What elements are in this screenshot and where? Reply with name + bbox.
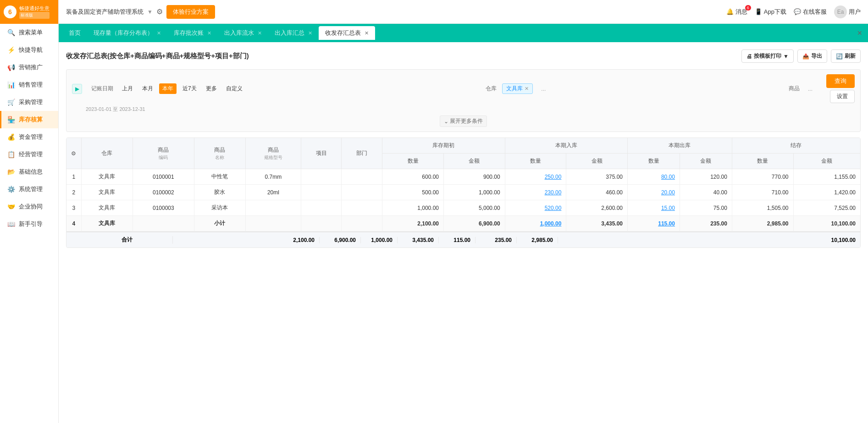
row-index: 1 bbox=[66, 169, 81, 185]
in-qty-link[interactable]: 250.00 bbox=[545, 174, 562, 180]
expand-more-conditions[interactable]: ⌄ 展开更多条件 bbox=[440, 115, 487, 127]
out-qty-link[interactable]: 15.00 bbox=[661, 205, 675, 211]
row-project bbox=[301, 200, 342, 216]
sidebar-logo: 6 畅捷通好生意 标准版 bbox=[0, 0, 58, 24]
warehouse-label: 仓库 bbox=[486, 85, 497, 93]
logo-badge: 标准版 bbox=[19, 12, 50, 19]
sidebar-item-marketing[interactable]: 📢 营销推广 bbox=[0, 59, 58, 76]
sidebar-item-label: 企业协同 bbox=[19, 203, 43, 211]
col-opening-qty: 数量 bbox=[382, 154, 444, 169]
data-table-wrapper: ⚙ 仓库 商品编码 商品名称 商品规格型号 项目 部门 库存期初 本期入库 本期… bbox=[66, 137, 861, 248]
row-in-qty[interactable]: 520.00 bbox=[505, 200, 566, 216]
row-in-qty[interactable]: 250.00 bbox=[505, 169, 566, 185]
sidebar-item-quick[interactable]: ⚡ 快捷导航 bbox=[0, 41, 58, 59]
col-in: 本期入库 bbox=[505, 138, 627, 154]
sidebar-item-sales[interactable]: 📊 销售管理 bbox=[0, 76, 58, 93]
print-label: 按模板打印 bbox=[754, 52, 781, 60]
row-out-amt: 120.00 bbox=[680, 169, 732, 185]
sidebar-item-operations[interactable]: 📋 经营管理 bbox=[0, 146, 58, 163]
sidebar-item-guide[interactable]: 📖 新手引导 bbox=[0, 215, 58, 233]
date-btn-7days[interactable]: 近7天 bbox=[179, 83, 200, 94]
in-qty-link[interactable]: 1,000.00 bbox=[540, 220, 562, 227]
filter-collapse-arrow[interactable]: ▶ bbox=[72, 84, 82, 94]
row-opening-amt: 1,000.00 bbox=[443, 185, 505, 200]
product-more[interactable]: ... bbox=[805, 85, 815, 93]
col-product-spec: 商品规格型号 bbox=[246, 138, 301, 169]
sidebar-item-enterprise[interactable]: 🤝 企业协同 bbox=[0, 198, 58, 215]
tab-inout-flow-close[interactable]: ✕ bbox=[258, 30, 262, 36]
row-out-qty[interactable]: 15.00 bbox=[628, 200, 680, 216]
footer-closing-qty: 2,985.00 bbox=[517, 237, 558, 243]
in-qty-link[interactable]: 230.00 bbox=[545, 189, 562, 196]
tab-inventory-dist-close[interactable]: ✕ bbox=[157, 30, 161, 36]
in-qty-link[interactable]: 520.00 bbox=[545, 205, 562, 211]
export-button[interactable]: 📤 导出 bbox=[797, 49, 827, 63]
date-btn-more[interactable]: 更多 bbox=[203, 83, 220, 94]
row-opening-amt: 6,900.00 bbox=[443, 216, 505, 231]
sidebar-item-basic[interactable]: 📂 基础信息 bbox=[0, 163, 58, 181]
tab-receive-summary[interactable]: 收发存汇总表 ✕ bbox=[319, 26, 375, 40]
sidebar-item-inventory[interactable]: 🏪 库存核算 bbox=[0, 111, 58, 128]
date-btn-custom[interactable]: 自定义 bbox=[223, 83, 246, 94]
row-index: 2 bbox=[66, 185, 81, 200]
date-options: 上月 本月 本年 近7天 更多 自定义 bbox=[119, 83, 246, 94]
row-out-qty[interactable]: 115.00 bbox=[628, 216, 680, 231]
table-row: 4 文具库 小计 2,100.00 6,900.00 1,000.00 3,43… bbox=[66, 216, 860, 231]
online-service[interactable]: 💬 在线客服 bbox=[794, 8, 827, 16]
out-qty-link[interactable]: 80.00 bbox=[661, 174, 675, 180]
tab-inout-flow[interactable]: 出入库流水 ✕ bbox=[218, 26, 268, 40]
system-dropdown-icon[interactable]: ▼ bbox=[147, 9, 153, 15]
row-in-amt: 460.00 bbox=[566, 185, 628, 200]
table-settings-col[interactable]: ⚙ bbox=[66, 138, 81, 169]
tab-receive-summary-close[interactable]: ✕ bbox=[365, 30, 369, 36]
user-menu[interactable]: Ea 用户 bbox=[834, 5, 861, 18]
settings-icon[interactable]: ⚙ bbox=[156, 7, 163, 16]
col-warehouse: 仓库 bbox=[81, 138, 133, 169]
logo-text: 畅捷通好生意 bbox=[19, 5, 50, 12]
warehouse-more[interactable]: ... bbox=[538, 85, 548, 93]
sidebar-item-label: 搜索菜单 bbox=[19, 28, 43, 37]
app-download-label: App下载 bbox=[764, 8, 786, 16]
expand-icon: ⌄ bbox=[444, 118, 448, 125]
tab-inventory-dist[interactable]: 现存量（库存分布表） ✕ bbox=[87, 26, 167, 40]
app-download[interactable]: 📱 App下载 bbox=[755, 8, 786, 16]
settings-button[interactable]: 设置 bbox=[830, 90, 855, 103]
date-btn-last-month[interactable]: 上月 bbox=[119, 83, 136, 94]
notification-bell[interactable]: 🔔 消息 6 bbox=[726, 8, 747, 16]
trial-button[interactable]: 体验行业方案 bbox=[166, 5, 215, 19]
tab-inout-summary[interactable]: 出入库汇总 ✕ bbox=[268, 26, 319, 40]
tab-home-label: 首页 bbox=[69, 29, 81, 37]
sidebar: 6 畅捷通好生意 标准版 🔍 搜索菜单 ⚡ 快捷导航 📢 营销推广 📊 销售管理… bbox=[0, 0, 59, 423]
tab-inout-summary-close[interactable]: ✕ bbox=[308, 30, 312, 36]
out-qty-link[interactable]: 115.00 bbox=[658, 220, 675, 227]
tab-batch-close[interactable]: ✕ bbox=[207, 30, 211, 36]
row-in-amt: 375.00 bbox=[566, 169, 628, 185]
out-qty-link[interactable]: 20.00 bbox=[661, 189, 675, 196]
tab-batch[interactable]: 库存批次账 ✕ bbox=[167, 26, 218, 40]
print-icon: 🖨 bbox=[746, 53, 752, 60]
date-btn-this-month[interactable]: 本月 bbox=[139, 83, 156, 94]
row-in-qty[interactable]: 1,000.00 bbox=[505, 216, 566, 231]
warehouse-tag-remove[interactable]: ✕ bbox=[525, 86, 529, 92]
row-opening-qty: 500.00 bbox=[382, 185, 444, 200]
row-out-qty[interactable]: 20.00 bbox=[628, 185, 680, 200]
date-btn-this-year[interactable]: 本年 bbox=[159, 83, 177, 94]
row-out-qty[interactable]: 80.00 bbox=[628, 169, 680, 185]
system-title: 装备及固定资产辅助管理系统 bbox=[66, 8, 144, 16]
col-opening-amt: 金额 bbox=[443, 154, 505, 169]
footer-out-qty: 115.00 bbox=[439, 237, 475, 243]
close-all-tabs[interactable]: ✕ bbox=[855, 27, 864, 38]
row-warehouse: 文具库 bbox=[81, 216, 133, 231]
warehouse-tag-name: 文具库 bbox=[506, 85, 523, 93]
query-button[interactable]: 查询 bbox=[826, 74, 855, 88]
sidebar-item-finance[interactable]: 💰 资金管理 bbox=[0, 128, 58, 146]
sidebar-item-label: 基础信息 bbox=[19, 168, 43, 176]
sidebar-item-purchase[interactable]: 🛒 采购管理 bbox=[0, 93, 58, 111]
sidebar-item-search[interactable]: 🔍 搜索菜单 bbox=[0, 24, 58, 41]
tab-home[interactable]: 首页 bbox=[62, 26, 87, 40]
refresh-button[interactable]: 🔄 刷新 bbox=[831, 49, 861, 63]
sidebar-item-system[interactable]: ⚙️ 系统管理 bbox=[0, 181, 58, 198]
print-template-button[interactable]: 🖨 按模板打印 ▼ bbox=[741, 49, 794, 63]
row-in-qty[interactable]: 230.00 bbox=[505, 185, 566, 200]
sidebar-item-label: 资金管理 bbox=[19, 133, 43, 141]
